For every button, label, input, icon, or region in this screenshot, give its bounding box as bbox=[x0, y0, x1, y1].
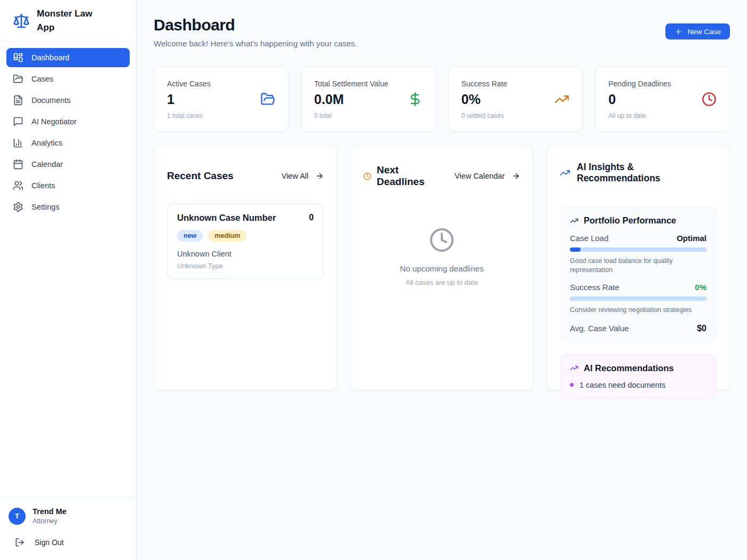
new-case-button[interactable]: New Case bbox=[665, 23, 730, 39]
case-client: Unknown Client bbox=[177, 250, 314, 258]
view-calendar-link[interactable]: View Calendar bbox=[455, 172, 520, 180]
stat-sub: 0 total bbox=[314, 112, 388, 119]
sidebar-item-settings[interactable]: Settings bbox=[6, 197, 130, 217]
portfolio-performance-card: Portfolio Performance Case Load Optimal … bbox=[560, 206, 717, 342]
stat-value: 0 bbox=[608, 92, 671, 107]
stat-sub: 0 settled cases bbox=[462, 112, 507, 119]
dollar-icon bbox=[408, 92, 423, 107]
bar-chart-icon bbox=[13, 138, 23, 148]
recommendation-item: 1 cases need documents bbox=[570, 381, 706, 389]
stat-card-settlement-value: Total Settlement Value 0.0M 0 total bbox=[301, 67, 436, 132]
user-name: Trend Me bbox=[33, 507, 67, 516]
chat-bubble-icon bbox=[13, 116, 23, 127]
deadlines-empty-state: No upcoming deadlines All cases are up t… bbox=[363, 227, 520, 286]
recommendations-title: AI Recommendations bbox=[584, 363, 674, 373]
stats-grid: Active Cases 1 1 total cases Total Settl… bbox=[154, 67, 730, 132]
sidebar-item-ai-negotiator[interactable]: AI Negotiator bbox=[6, 112, 130, 131]
sidebar-item-calendar[interactable]: Calendar bbox=[6, 155, 130, 174]
sign-out-button[interactable]: Sign Out bbox=[9, 525, 128, 560]
sidebar-item-analytics[interactable]: Analytics bbox=[6, 133, 130, 153]
trending-up-icon bbox=[560, 167, 570, 178]
stat-sub: All up to date bbox=[608, 112, 671, 119]
scales-of-justice-icon bbox=[13, 12, 30, 29]
user-profile: T Trend Me Attorney bbox=[9, 507, 128, 525]
stat-value: 0% bbox=[462, 92, 507, 107]
next-deadlines-panel: Next Deadlines View Calendar No upcoming… bbox=[350, 146, 534, 390]
panels-row: Recent Cases View All Unknown Case Numbe… bbox=[154, 146, 730, 390]
case-count: 0 bbox=[309, 213, 314, 222]
avatar: T bbox=[9, 508, 26, 525]
metric-caption: Good case load balance for quality repre… bbox=[570, 257, 698, 275]
new-case-label: New Case bbox=[688, 28, 721, 36]
sidebar-item-dashboard[interactable]: Dashboard bbox=[6, 48, 130, 67]
metric-label: Case Load bbox=[570, 234, 609, 243]
metric-value: $0 bbox=[697, 324, 706, 333]
trending-up-icon bbox=[554, 92, 569, 107]
stat-value: 0.0M bbox=[314, 92, 388, 107]
page-title: Dashboard bbox=[154, 16, 357, 34]
case-title: Unknown Case Number bbox=[177, 213, 276, 223]
case-card[interactable]: Unknown Case Number 0 new medium Unknown… bbox=[167, 204, 324, 279]
folder-open-icon bbox=[13, 74, 23, 84]
ai-insights-panel: AI Insights & Recommendations Portfolio … bbox=[546, 146, 730, 390]
view-all-link[interactable]: View All bbox=[281, 172, 324, 180]
sidebar-item-label: AI Negotiator bbox=[31, 117, 77, 126]
progress-bar bbox=[570, 297, 706, 301]
bullet-dot bbox=[570, 383, 574, 387]
metric-avg-case-value: Avg. Case Value $0 bbox=[570, 324, 706, 333]
stat-value: 1 bbox=[167, 92, 211, 107]
arrow-right-icon bbox=[512, 172, 520, 180]
plus-icon bbox=[674, 28, 682, 36]
calendar-icon bbox=[13, 159, 23, 170]
progress-bar bbox=[570, 247, 706, 252]
sidebar-item-label: Dashboard bbox=[31, 53, 69, 62]
recommendation-text: 1 cases need documents bbox=[579, 381, 665, 389]
trending-up-icon bbox=[570, 364, 578, 372]
clock-icon bbox=[429, 227, 455, 253]
empty-state-subtitle: All cases are up to date bbox=[406, 278, 478, 286]
stat-label: Active Cases bbox=[167, 79, 211, 88]
sidebar-item-label: Cases bbox=[31, 75, 53, 83]
recent-cases-panel: Recent Cases View All Unknown Case Numbe… bbox=[154, 146, 337, 390]
sidebar-item-label: Clients bbox=[31, 181, 55, 190]
app-title: Monster Law App bbox=[37, 7, 109, 34]
users-icon bbox=[13, 180, 23, 191]
clock-icon bbox=[702, 92, 717, 107]
user-role: Attorney bbox=[33, 517, 67, 525]
stat-label: Success Rate bbox=[462, 79, 507, 88]
portfolio-title: Portfolio Performance bbox=[584, 215, 676, 226]
metric-label: Avg. Case Value bbox=[570, 324, 629, 333]
sidebar-footer: T Trend Me Attorney Sign Out bbox=[0, 497, 136, 560]
gear-icon bbox=[13, 202, 23, 212]
sidebar: Monster Law App Dashboard Cases Document… bbox=[0, 0, 137, 560]
arrow-right-icon bbox=[315, 172, 324, 180]
sidebar-item-label: Documents bbox=[31, 96, 70, 105]
case-type: Unknown Type bbox=[177, 262, 314, 270]
stat-label: Pending Deadlines bbox=[608, 79, 671, 88]
stat-card-active-cases: Active Cases 1 1 total cases bbox=[154, 67, 289, 132]
file-text-icon bbox=[13, 95, 23, 106]
status-badge-new: new bbox=[177, 230, 203, 242]
priority-badge-medium: medium bbox=[208, 230, 247, 242]
stat-label: Total Settlement Value bbox=[314, 79, 388, 88]
app-logo: Monster Law App bbox=[0, 0, 136, 42]
sidebar-item-cases[interactable]: Cases bbox=[6, 69, 130, 89]
stat-sub: 1 total cases bbox=[167, 112, 211, 119]
ai-recommendations-card: AI Recommendations 1 cases need document… bbox=[560, 354, 717, 398]
folder-open-icon bbox=[260, 92, 275, 107]
recent-cases-title: Recent Cases bbox=[167, 170, 234, 182]
log-out-icon bbox=[15, 538, 25, 547]
stat-card-success-rate: Success Rate 0% 0 settled cases bbox=[448, 67, 583, 132]
dashboard-icon bbox=[13, 52, 23, 63]
stat-card-pending-deadlines: Pending Deadlines 0 All up to date bbox=[595, 67, 730, 132]
page-subtitle: Welcome back! Here's what's happening wi… bbox=[154, 39, 357, 48]
sidebar-nav: Dashboard Cases Documents AI Negotiator … bbox=[0, 42, 136, 225]
sign-out-label: Sign Out bbox=[35, 538, 63, 547]
metric-case-load: Case Load Optimal Good case load balance… bbox=[570, 234, 706, 275]
ai-insights-title: AI Insights & Recommendations bbox=[577, 162, 717, 184]
main-content: Dashboard Welcome back! Here's what's ha… bbox=[137, 0, 747, 560]
sidebar-item-clients[interactable]: Clients bbox=[6, 176, 130, 195]
sidebar-item-documents[interactable]: Documents bbox=[6, 91, 130, 110]
metric-success-rate: Success Rate 0% Consider reviewing negot… bbox=[570, 283, 706, 315]
metric-value: Optimal bbox=[677, 234, 706, 243]
